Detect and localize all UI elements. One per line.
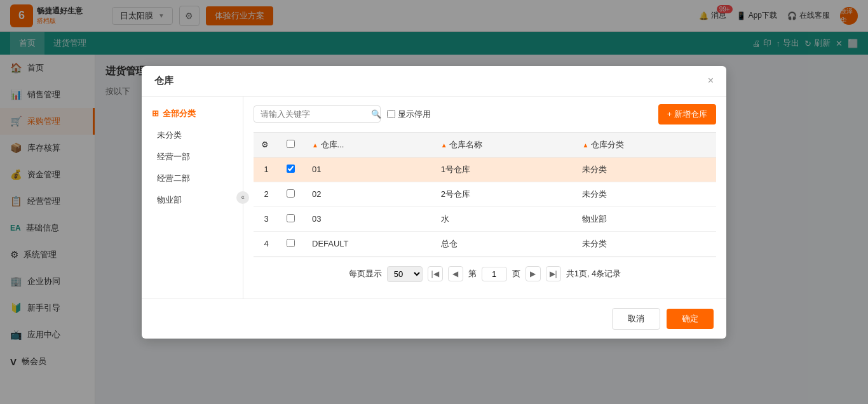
modal-body: ⊞ 全部分类 未分类 经营一部 经营二部 物业部 « 🔍 (142, 97, 726, 299)
show-disabled-checkbox[interactable] (387, 110, 395, 118)
row-category: 未分类 (574, 157, 716, 182)
warehouse-table: ⚙ ▲ 仓库... ▲ 仓库名称 (254, 132, 716, 257)
col-checkbox (279, 132, 304, 157)
row-name: 水 (433, 206, 575, 231)
modal-close-button[interactable]: × (708, 75, 714, 86)
table-area: 🔍 显示停用 + 新增仓库 ⚙ (243, 97, 726, 299)
search-input[interactable] (261, 109, 367, 119)
category-item-dept2[interactable]: 经营二部 (142, 168, 243, 189)
per-page-label: 每页显示 (349, 268, 382, 279)
table-wrapper: ⚙ ▲ 仓库... ▲ 仓库名称 (254, 132, 716, 257)
search-icon: 🔍 (371, 109, 381, 119)
modal-overlay[interactable]: 仓库 × ⊞ 全部分类 未分类 经营一部 经营二部 物业部 « (0, 0, 868, 404)
table-row[interactable]: 2 02 2号仓库 未分类 (254, 182, 716, 206)
row-name: 总仓 (433, 231, 575, 256)
table-row[interactable]: 4 DEFAULT 总仓 未分类 (254, 231, 716, 256)
row-num: 1 (254, 157, 279, 182)
grid-icon: ⊞ (152, 109, 159, 118)
category-item-dept1[interactable]: 经营一部 (142, 146, 243, 168)
warehouse-modal: 仓库 × ⊞ 全部分类 未分类 经营一部 经营二部 物业部 « (142, 66, 726, 339)
row-num: 4 (254, 231, 279, 256)
category-item-unclassified[interactable]: 未分类 (142, 125, 243, 146)
table-header-row: ⚙ ▲ 仓库... ▲ 仓库名称 (254, 132, 716, 157)
settings-icon: ⚙ (261, 140, 269, 149)
row-code: 03 (304, 206, 433, 231)
sort-icon: ▲ (312, 142, 318, 149)
collapse-sidebar-button[interactable]: « (236, 191, 249, 204)
add-warehouse-button[interactable]: + 新增仓库 (658, 104, 716, 125)
row-checkbox[interactable] (279, 206, 304, 231)
row-code: 01 (304, 157, 433, 182)
row-code: 02 (304, 182, 433, 206)
page-number-input[interactable] (482, 267, 507, 281)
modal-header: 仓库 × (142, 66, 726, 97)
row-num: 3 (254, 206, 279, 231)
category-item-property[interactable]: 物业部 (142, 189, 243, 211)
col-gear: ⚙ (254, 132, 279, 157)
row-checkbox[interactable] (279, 231, 304, 256)
modal-footer: 取消 确定 (142, 299, 726, 339)
show-disabled-label: 显示停用 (387, 109, 431, 120)
row-name: 1号仓库 (433, 157, 575, 182)
last-page-button[interactable]: ▶| (546, 266, 561, 281)
row-category: 未分类 (574, 231, 716, 256)
search-box: 🔍 (254, 105, 381, 123)
modal-title: 仓库 (154, 75, 173, 87)
sort-icon3: ▲ (582, 142, 588, 149)
row-checkbox[interactable] (279, 157, 304, 182)
table-row[interactable]: 3 03 水 物业部 (254, 206, 716, 231)
pagination: 每页显示 50 100 |◀ ◀ 第 页 ▶ ▶| 共1页, 4条记录 (254, 257, 716, 291)
next-page-button[interactable]: ▶ (526, 266, 541, 281)
row-checkbox[interactable] (279, 182, 304, 206)
first-page-button[interactable]: |◀ (428, 266, 443, 281)
pagination-summary: 共1页, 4条记录 (566, 268, 621, 279)
row-category: 物业部 (574, 206, 716, 231)
row-name: 2号仓库 (433, 182, 575, 206)
col-category: ▲ 仓库分类 (574, 132, 716, 157)
col-name: ▲ 仓库名称 (433, 132, 575, 157)
select-all-checkbox[interactable] (287, 140, 295, 148)
confirm-button[interactable]: 确定 (667, 309, 714, 329)
table-row[interactable]: 1 01 1号仓库 未分类 (254, 157, 716, 182)
row-code: DEFAULT (304, 231, 433, 256)
row-category: 未分类 (574, 182, 716, 206)
page-label: 第 (468, 268, 477, 279)
row-num: 2 (254, 182, 279, 206)
prev-page-button[interactable]: ◀ (448, 266, 463, 281)
sort-icon2: ▲ (441, 142, 447, 149)
category-sidebar: ⊞ 全部分类 未分类 经营一部 经营二部 物业部 « (142, 97, 243, 299)
per-page-select[interactable]: 50 100 (387, 266, 423, 282)
col-code: ▲ 仓库... (304, 132, 433, 157)
table-toolbar: 🔍 显示停用 + 新增仓库 (254, 104, 716, 125)
cancel-button[interactable]: 取消 (612, 308, 660, 330)
page-unit-label: 页 (512, 268, 520, 279)
category-all-header[interactable]: ⊞ 全部分类 (142, 103, 243, 125)
